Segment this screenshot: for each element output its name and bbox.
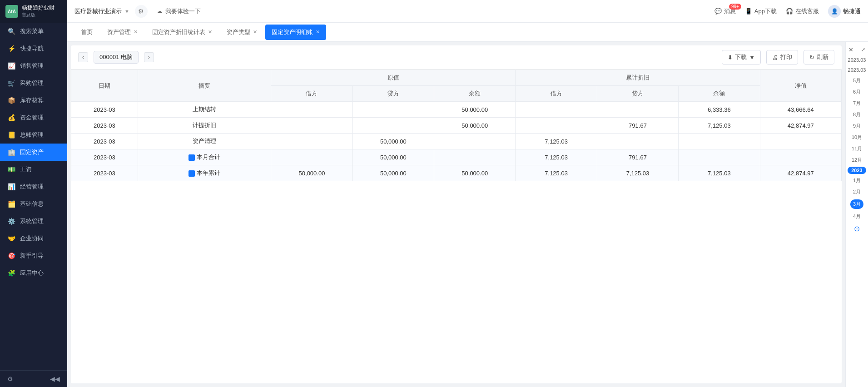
yearly-icon — [188, 170, 195, 177]
tab-home[interactable]: 首页 — [74, 25, 99, 40]
sidebar-item-ledger[interactable]: 📒 总账管理 — [0, 126, 67, 144]
sidebar-logo: AtA 畅捷通好业财 普及版 — [0, 0, 67, 23]
message-icon: 💬 — [714, 8, 722, 15]
asset-detail-table: 日期 摘要 原值 累计折旧 净值 借方 贷方 余额 借方 贷方 余额 — [71, 69, 842, 181]
th-date: 日期 — [71, 70, 138, 102]
download-icon: ⬇ — [728, 54, 733, 61]
sidebar-item-payroll[interactable]: 💵 工资 — [0, 161, 67, 178]
cloud-icon: ☁ — [157, 8, 163, 15]
timeline-month-6[interactable]: 6月 — [846, 86, 868, 98]
tab-close-asset-mgmt[interactable]: ✕ — [134, 29, 138, 35]
timeline-date-2023-03-top[interactable]: 2023.03 — [846, 55, 868, 65]
th-orig-debit: 借方 — [271, 86, 352, 102]
th-dep-credit: 贷方 — [597, 86, 678, 102]
timeline-month-9[interactable]: 9月 — [846, 120, 868, 132]
main-area: 医疗器械行业演示 ▼ ⚙ ☁ 我要体验一下 💬 消息 99+ 📱 App下载 🎧… — [67, 0, 868, 387]
app-logo-text: 畅捷通好业财 普及版 — [22, 5, 55, 18]
topbar-actions: 💬 消息 99+ 📱 App下载 🎧 在线客服 👤 畅捷通 — [714, 5, 861, 18]
timeline-expand-button[interactable]: ⤢ — [861, 47, 865, 53]
sidebar-item-inventory[interactable]: 📦 库存核算 — [0, 92, 67, 109]
sidebar-item-guide[interactable]: 🎯 新手引导 — [0, 247, 67, 264]
tab-depreciation-stats[interactable]: 固定资产折旧统计表 ✕ — [146, 25, 218, 40]
timeline-month-11[interactable]: 11月 — [846, 143, 868, 154]
collapse-icon[interactable]: ◀◀ — [50, 375, 60, 382]
sidebar-item-fixed-assets[interactable]: 🏢 固定资产 — [0, 144, 67, 161]
timeline-month-10[interactable]: 10月 — [846, 132, 868, 143]
inventory-icon: 📦 — [7, 96, 15, 104]
sidebar-item-app-center[interactable]: 🧩 应用中心 — [0, 264, 67, 282]
online-service-button[interactable]: 🎧 在线客服 — [786, 7, 819, 15]
sidebar-item-sales[interactable]: 📈 销售管理 — [0, 57, 67, 74]
tab-close-asset-detail[interactable]: ✕ — [316, 29, 320, 35]
fixed-assets-icon: 🏢 — [7, 148, 15, 156]
sidebar-item-enterprise[interactable]: 🤝 企业协同 — [0, 230, 67, 247]
next-asset-button[interactable]: › — [144, 52, 154, 62]
th-summary: 摘要 — [138, 70, 271, 102]
sidebar-item-purchase[interactable]: 🛒 采购管理 — [0, 74, 67, 92]
guide-icon: 🎯 — [7, 252, 15, 260]
user-profile[interactable]: 👤 畅捷通 — [828, 5, 861, 18]
messages-button[interactable]: 💬 消息 99+ — [714, 7, 736, 15]
table-row: 2023-03 资产清理 50,000.00 7,125.03 — [71, 134, 842, 149]
asset-code-tag: 000001 电脑 — [94, 51, 139, 64]
sidebar-footer: ⚙ ◀◀ — [0, 370, 67, 387]
table-row-yearly: 2023-03 本年累计 50,000.00 50,000.00 50,000.… — [71, 165, 842, 181]
download-button[interactable]: ⬇ 下载 ▼ — [722, 50, 761, 64]
timeline-header: ✕ ⤢ — [846, 45, 868, 55]
experience-button[interactable]: ☁ 我要体验一下 — [157, 7, 201, 15]
base-info-icon: 🗂️ — [7, 200, 15, 208]
timeline-date-2023-03[interactable]: 2023.03 — [846, 65, 868, 75]
company-dropdown-arrow: ▼ — [124, 9, 129, 14]
sales-icon: 📈 — [7, 62, 15, 70]
tab-asset-type[interactable]: 资产类型 ✕ — [220, 25, 263, 40]
tab-close-asset-type[interactable]: ✕ — [253, 29, 257, 35]
timeline-month-7[interactable]: 7月 — [846, 98, 868, 109]
print-button[interactable]: 🖨 打印 — [766, 50, 798, 64]
sidebar-item-search[interactable]: 🔍 搜索菜单 — [0, 23, 67, 40]
prev-asset-button[interactable]: ‹ — [78, 52, 88, 62]
th-dep-balance: 余额 — [679, 86, 760, 102]
refresh-button[interactable]: ↻ 刷新 — [804, 50, 834, 64]
timeline-year-2023-badge[interactable]: 2023 — [848, 167, 866, 174]
timeline-month-3-active[interactable]: 3月 — [850, 199, 863, 209]
th-orig-balance: 余额 — [434, 86, 516, 102]
data-table-container: 日期 摘要 原值 累计折旧 净值 借方 贷方 余额 借方 贷方 余额 — [71, 69, 842, 383]
timeline-close-button[interactable]: ✕ — [848, 46, 853, 53]
company-selector[interactable]: 医疗器械行业演示 ▼ — [74, 7, 129, 15]
enterprise-icon: 🤝 — [7, 234, 15, 243]
tab-asset-detail[interactable]: 固定资产明细账 ✕ — [265, 25, 326, 40]
monthly-icon — [188, 154, 195, 161]
settings-gear-icon[interactable]: ⚙ — [7, 375, 13, 382]
sidebar-item-base-info[interactable]: 🗂️ 基础信息 — [0, 195, 67, 213]
timeline-month-4[interactable]: 4月 — [846, 211, 868, 222]
funds-icon: 💰 — [7, 114, 15, 122]
timeline-month-2[interactable]: 2月 — [846, 186, 868, 198]
timeline-month-8[interactable]: 8月 — [846, 109, 868, 120]
timeline-month-5[interactable]: 5月 — [846, 75, 868, 86]
payroll-icon: 💵 — [7, 165, 15, 174]
print-icon: 🖨 — [772, 54, 778, 61]
table-row-monthly: 2023-03 本月合计 50,000.00 7,125.03 791.67 — [71, 149, 842, 165]
timeline-bottom-circle[interactable]: ⊙ — [846, 222, 868, 235]
app-center-icon: 🧩 — [7, 269, 15, 277]
table-row: 2023-03 上期结转 50,000.00 6,333.36 43,666.6… — [71, 102, 842, 118]
timeline-panel: ✕ ⤢ 2023.03 2023.03 5月 6月 7月 8月 9月 10月 1… — [845, 42, 868, 387]
download-icon: 📱 — [745, 8, 752, 15]
sidebar-item-quick-nav[interactable]: ⚡ 快捷导航 — [0, 40, 67, 57]
company-settings-button[interactable]: ⚙ — [135, 5, 148, 18]
content-toolbar: ‹ 000001 电脑 › ⬇ 下载 ▼ 🖨 打印 ↻ 刷新 — [71, 45, 842, 69]
timeline-month-1[interactable]: 1月 — [846, 175, 868, 186]
content-panel: ‹ 000001 电脑 › ⬇ 下载 ▼ 🖨 打印 ↻ 刷新 — [71, 45, 842, 383]
purchase-icon: 🛒 — [7, 79, 15, 87]
sidebar-item-operations[interactable]: 📊 经营管理 — [0, 178, 67, 195]
system-icon: ⚙️ — [7, 217, 15, 225]
timeline-month-12[interactable]: 12月 — [846, 154, 868, 166]
tab-bar: 首页 资产管理 ✕ 固定资产折旧统计表 ✕ 资产类型 ✕ 固定资产明细账 ✕ — [67, 23, 868, 42]
tab-close-depreciation-stats[interactable]: ✕ — [208, 29, 212, 35]
sidebar-item-funds[interactable]: 💰 资金管理 — [0, 109, 67, 126]
sidebar-item-system[interactable]: ⚙️ 系统管理 — [0, 213, 67, 230]
operations-icon: 📊 — [7, 183, 15, 191]
th-dep-debit: 借方 — [516, 86, 597, 102]
tab-asset-mgmt[interactable]: 资产管理 ✕ — [101, 25, 144, 40]
app-download-button[interactable]: 📱 App下载 — [745, 7, 777, 15]
